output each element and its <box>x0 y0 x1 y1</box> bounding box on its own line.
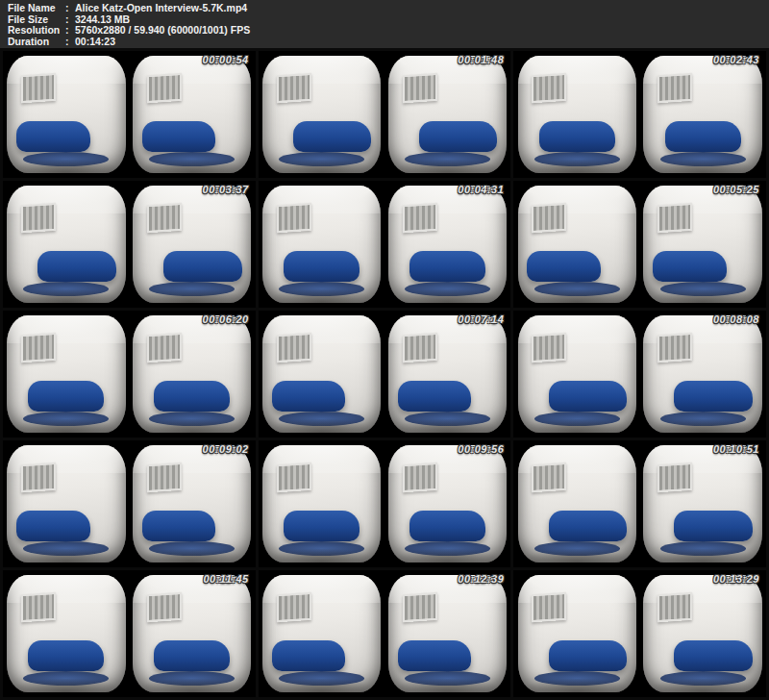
wall-art <box>277 592 311 622</box>
floor-shadow <box>648 160 757 174</box>
timestamp-badge: 00:08:08 <box>713 313 759 325</box>
wall-art <box>403 333 437 362</box>
vr-left-eye-view <box>7 56 125 174</box>
video-frame-thumbnail[interactable]: 00:10:51 <box>513 440 766 567</box>
timestamp-badge: 00:09:56 <box>458 443 504 455</box>
wall-art <box>277 333 311 362</box>
blue-couch <box>28 640 104 671</box>
wall-art <box>657 462 692 492</box>
wall-art <box>403 73 437 103</box>
vr-left-eye-view <box>518 56 636 174</box>
vr-right-eye-view <box>643 575 761 693</box>
vr-left-eye-view <box>262 315 381 434</box>
wall-art <box>277 462 311 492</box>
video-frame-thumbnail[interactable]: 00:04:31 <box>259 181 511 308</box>
video-frame-thumbnail[interactable]: 00:12:39 <box>259 570 511 697</box>
meta-label: Resolution <box>8 25 65 37</box>
video-frame-thumbnail[interactable]: 00:07:14 <box>259 311 511 438</box>
blue-couch <box>549 511 627 541</box>
blue-couch <box>28 381 104 412</box>
floor-shadow <box>267 289 377 304</box>
meta-value: 5760x2880 / 59.940 (60000/1001) FPS <box>75 25 250 37</box>
wall-art <box>277 73 311 103</box>
file-metadata-panel: File Name : Alice Katz-Open Interview-5.… <box>0 0 769 48</box>
wall-art <box>403 203 437 233</box>
vr-left-eye-view <box>262 56 381 174</box>
blue-couch <box>665 121 741 152</box>
video-frame-thumbnail[interactable]: 00:00:54 <box>3 51 256 178</box>
blue-couch <box>674 640 752 671</box>
blue-couch <box>549 381 627 412</box>
video-frame-thumbnail[interactable]: 00:11:45 <box>3 570 256 697</box>
vr-right-eye-view <box>388 315 507 434</box>
video-frame-thumbnail[interactable]: 00:01:48 <box>259 51 511 178</box>
blue-couch <box>674 511 752 541</box>
blue-couch <box>16 121 90 152</box>
floor-shadow <box>267 679 377 693</box>
blue-couch <box>142 511 216 541</box>
wall-art <box>403 462 437 492</box>
video-frame-thumbnail[interactable]: 00:13:29 <box>513 570 766 697</box>
blue-couch <box>653 251 727 282</box>
blue-couch <box>154 640 230 671</box>
vr-left-eye-view <box>7 445 125 563</box>
vr-right-eye-view <box>388 186 507 304</box>
vr-left-eye-view <box>518 186 636 304</box>
vr-left-eye-view <box>518 445 636 563</box>
video-frame-thumbnail[interactable]: 00:06:20 <box>3 311 256 438</box>
floor-shadow <box>137 160 247 174</box>
floor-shadow <box>648 289 757 304</box>
vr-left-eye-view <box>262 575 381 693</box>
timestamp-badge: 00:11:45 <box>203 573 248 585</box>
floor-shadow <box>12 679 121 693</box>
wall-art <box>532 73 566 103</box>
video-frame-thumbnail[interactable]: 00:05:25 <box>513 181 766 308</box>
wall-art <box>147 592 182 622</box>
meta-colon: : <box>65 25 75 37</box>
wall-art <box>147 462 182 492</box>
wall-art <box>21 462 56 492</box>
vr-right-eye-view <box>643 56 761 174</box>
floor-shadow <box>648 549 757 563</box>
vr-right-eye-view <box>643 445 761 563</box>
blue-couch <box>674 381 752 412</box>
floor-shadow <box>522 289 632 304</box>
floor-shadow <box>522 160 632 174</box>
meta-value: 00:14:23 <box>75 37 115 48</box>
vr-right-eye-view <box>133 315 251 434</box>
timestamp-badge: 00:00:54 <box>203 54 249 65</box>
floor-shadow <box>12 419 121 434</box>
blue-couch <box>527 251 601 282</box>
floor-shadow <box>12 160 121 174</box>
video-frame-thumbnail[interactable]: 00:08:08 <box>513 311 766 438</box>
meta-label: File Name <box>8 3 65 14</box>
blue-couch <box>154 381 230 412</box>
floor-shadow <box>393 419 503 434</box>
video-frame-thumbnail[interactable]: 00:02:43 <box>513 51 766 178</box>
floor-shadow <box>267 419 377 434</box>
blue-couch <box>539 121 615 152</box>
video-frame-thumbnail[interactable]: 00:03:37 <box>3 181 256 308</box>
blue-couch <box>284 251 360 282</box>
floor-shadow <box>137 419 247 434</box>
vr-right-eye-view <box>643 315 761 434</box>
wall-art <box>403 592 437 622</box>
blue-couch <box>398 640 472 671</box>
vr-left-eye-view <box>518 575 636 693</box>
wall-art <box>657 333 692 362</box>
wall-art <box>532 333 566 362</box>
blue-couch <box>284 511 360 541</box>
video-frame-thumbnail[interactable]: 00:09:02 <box>3 440 256 567</box>
wall-art <box>21 592 56 622</box>
blue-couch <box>409 511 485 541</box>
timestamp-badge: 00:03:37 <box>203 184 249 195</box>
wall-art <box>657 203 692 233</box>
wall-art <box>532 203 566 233</box>
file-meta-row: Duration : 00:14:23 <box>8 37 769 48</box>
meta-value: Alice Katz-Open Interview-5.7K.mp4 <box>75 3 247 14</box>
video-frame-thumbnail[interactable]: 00:09:56 <box>259 440 511 567</box>
thumbnail-grid: 00:00:54 00:01:48 <box>0 48 769 700</box>
floor-shadow <box>137 679 247 693</box>
timestamp-badge: 00:02:43 <box>713 54 759 65</box>
vr-right-eye-view <box>133 186 251 304</box>
